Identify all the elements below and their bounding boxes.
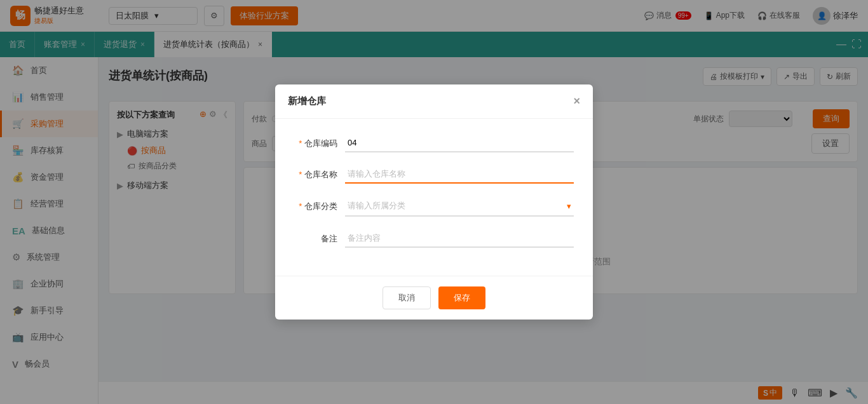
cancel-button[interactable]: 取消 — [383, 286, 431, 309]
warehouse-category-label: 仓库分类 — [294, 201, 345, 212]
modal-title: 新增仓库 — [288, 95, 326, 107]
warehouse-category-row: 仓库分类 请输入所属分类 ▾ — [294, 196, 574, 217]
remark-row: 备注 — [294, 229, 574, 248]
modal-header: 新增仓库 × — [275, 84, 593, 119]
save-button[interactable]: 保存 — [438, 286, 485, 309]
warehouse-category-placeholder: 请输入所属分类 — [348, 200, 405, 212]
warehouse-name-input[interactable] — [345, 165, 574, 184]
warehouse-category-select[interactable]: 请输入所属分类 ▾ — [345, 196, 574, 217]
new-warehouse-modal: 新增仓库 × 仓库编码 仓库名称 仓库分类 请输入所属分类 ▾ 备注 — [275, 84, 593, 320]
warehouse-code-row: 仓库编码 — [294, 134, 574, 152]
modal-footer: 取消 保存 — [275, 276, 593, 320]
modal-overlay[interactable]: 新增仓库 × 仓库编码 仓库名称 仓库分类 请输入所属分类 ▾ 备注 — [0, 0, 868, 404]
modal-body: 仓库编码 仓库名称 仓库分类 请输入所属分类 ▾ 备注 — [275, 119, 593, 276]
warehouse-name-row: 仓库名称 — [294, 165, 574, 184]
warehouse-category-chevron-icon: ▾ — [567, 201, 571, 211]
warehouse-code-input[interactable] — [345, 134, 574, 152]
warehouse-name-label: 仓库名称 — [294, 169, 345, 180]
remark-input[interactable] — [345, 229, 574, 248]
modal-close-button[interactable]: × — [573, 95, 580, 108]
remark-label: 备注 — [294, 233, 345, 245]
warehouse-code-label: 仓库编码 — [294, 138, 345, 149]
